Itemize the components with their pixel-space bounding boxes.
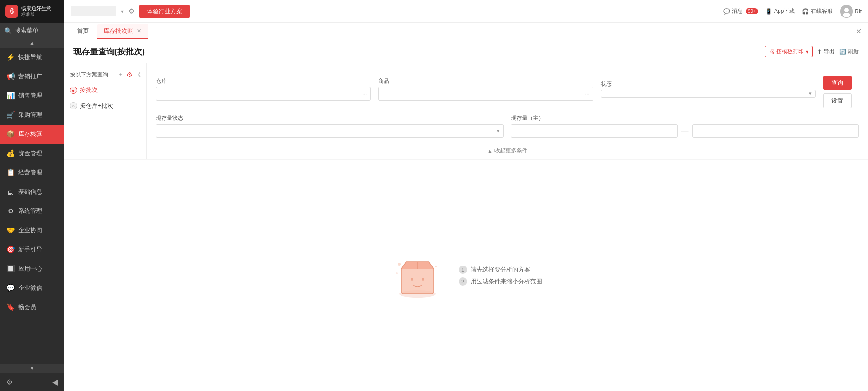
query-button[interactable]: 查询	[823, 76, 852, 90]
product-dots-icon[interactable]: ···	[585, 91, 589, 97]
sidebar-item-huiyuan[interactable]: 🔖 畅会员	[0, 298, 64, 317]
qiye-icon: 🤝	[6, 226, 15, 234]
inventory-qty-from-wrap[interactable]	[511, 124, 678, 138]
inventory-qty-to-input[interactable]	[697, 128, 855, 135]
sidebar-item-xitong[interactable]: ⚙ 系统管理	[0, 201, 64, 221]
scheme-cangku-label: 按仓库+批次	[80, 102, 113, 110]
empty-tip-1-text: 请先选择要分析的方案	[471, 266, 530, 274]
sidebar-item-label-weixin: 企业微信	[18, 284, 42, 292]
warehouse-dots-icon[interactable]: ···	[363, 91, 367, 97]
search-label: 搜索菜单	[15, 27, 38, 35]
yingyong-icon: 🔲	[6, 265, 15, 273]
sidebar-item-label-yingxiao: 营销推广	[18, 72, 42, 81]
scheme-item-cangku-pici[interactable]: ○ 按仓库+批次	[64, 98, 146, 114]
sidebar-item-kuaijie[interactable]: ⚡ 快捷导航	[0, 48, 64, 67]
yingxiao-icon: 📢	[6, 72, 15, 81]
caigou-icon: 🛒	[6, 111, 15, 119]
tab-kucun-pici[interactable]: 库存批次账 ✕	[97, 24, 148, 39]
user-area[interactable]: Rit	[840, 5, 862, 18]
sidebar-nav: ⚡ 快捷导航 📢 营销推广 📊 销售管理 🛒 采购管理 📦 库存核算 💰 资金管…	[0, 48, 64, 364]
sidebar-item-kucun[interactable]: 📦 库存核算	[0, 125, 64, 144]
edition-label: 标准版	[21, 11, 51, 18]
tab-home[interactable]: 首页	[71, 24, 95, 39]
huiyuan-icon: 🔖	[6, 303, 15, 311]
filter-action-buttons: 查询 设置	[823, 70, 859, 108]
sidebar-item-caigou[interactable]: 🛒 采购管理	[0, 105, 64, 125]
sidebar-search[interactable]: 🔍 搜索菜单	[0, 23, 64, 38]
tab-kucun-label: 库存批次账	[104, 27, 133, 35]
online-service-button[interactable]: 🎧 在线客服	[802, 7, 833, 15]
jichu-icon: 🗂	[6, 188, 15, 196]
xinshou-icon: 🎯	[6, 245, 15, 254]
xitong-icon: ⚙	[6, 207, 15, 215]
sidebar-item-yingyong[interactable]: 🔲 应用中心	[0, 259, 64, 278]
filter-area: 按以下方案查询 ＋ ⚙ 《 ● 按批次 ○ 按仓库+批次	[64, 63, 868, 159]
tab-home-label: 首页	[77, 27, 89, 35]
phone-icon: 📱	[765, 8, 772, 15]
avatar	[840, 5, 853, 18]
warehouse-input-wrap[interactable]: ···	[156, 87, 371, 101]
sidebar-item-zijin[interactable]: 💰 资金管理	[0, 144, 64, 163]
sidebar-item-jingying[interactable]: 📋 经营管理	[0, 163, 64, 182]
scheme-item-pici[interactable]: ● 按批次	[64, 82, 146, 98]
sidebar-item-label-xitong: 系统管理	[18, 207, 42, 215]
topbar-gear-icon[interactable]: ⚙	[128, 7, 135, 16]
svg-point-7	[411, 278, 413, 281]
topbar-actions: 💬 消息 99+ 📱 App下载 🎧 在线客服 Rit	[723, 5, 862, 18]
sidebar-item-jichu[interactable]: 🗂 基础信息	[0, 182, 64, 201]
filter-product-field: 商品 ···	[378, 77, 593, 101]
inventory-status-select[interactable]	[160, 128, 495, 135]
page-header-actions: 🖨 按模板打印 ▾ ⬆ 导出 🔄 刷新	[765, 46, 859, 57]
online-service-label: 在线客服	[811, 7, 833, 15]
warehouse-input[interactable]	[160, 90, 361, 97]
tabs-close-all-icon[interactable]: ✕	[856, 27, 862, 36]
collapse-more[interactable]: ▲ 收起更多条件	[156, 144, 859, 159]
collapse-icon: ▲	[487, 148, 493, 154]
sidebar-item-label-jingying: 经营管理	[18, 168, 42, 177]
scheme-collapse-icon[interactable]: 《	[135, 71, 141, 79]
filter-row-2: 现存量状态 ▾ 现存量（主）	[156, 114, 859, 138]
inventory-qty-to-wrap[interactable]	[692, 124, 859, 138]
inventory-qty-from-input[interactable]	[515, 128, 674, 135]
app-download-button[interactable]: 📱 App下载	[765, 7, 795, 15]
scheme-add-icon[interactable]: ＋	[117, 71, 124, 79]
sidebar-item-xinshou[interactable]: 🎯 新手引导	[0, 240, 64, 259]
empty-illustration	[390, 248, 445, 303]
inventory-status-select-wrap[interactable]: ▾	[156, 124, 504, 138]
xiaoshou-icon: 📊	[6, 92, 15, 100]
empty-tip-1: 1 请先选择要分析的方案	[459, 266, 542, 274]
sidebar-scroll-down[interactable]: ▼	[0, 364, 64, 373]
refresh-button[interactable]: 🔄 刷新	[839, 48, 859, 55]
sidebar-item-label-kuaijie: 快捷导航	[18, 53, 42, 61]
empty-num-1: 1	[459, 266, 467, 274]
collapse-sidebar-icon[interactable]: ◀	[52, 378, 58, 386]
settings-icon[interactable]: ⚙	[6, 378, 13, 386]
sidebar-item-label-zijin: 资金管理	[18, 149, 42, 157]
inventory-qty-dash: —	[681, 127, 689, 135]
sidebar-item-qiye[interactable]: 🤝 企业协同	[0, 221, 64, 240]
sidebar-item-yingxiao[interactable]: 📢 营销推广	[0, 67, 64, 86]
status-select-wrap[interactable]: ▾	[601, 90, 816, 98]
tab-close-icon[interactable]: ✕	[136, 27, 142, 34]
filter-settings-button[interactable]: 设置	[823, 93, 852, 108]
trial-button[interactable]: 体验行业方案	[139, 5, 190, 18]
export-button[interactable]: ⬆ 导出	[817, 48, 835, 55]
sidebar-item-xiaoshou[interactable]: 📊 销售管理	[0, 86, 64, 105]
empty-tip-2-text: 用过滤条件来缩小分析范围	[471, 277, 542, 286]
jingying-icon: 📋	[6, 168, 15, 177]
breadcrumb-input[interactable]	[71, 6, 116, 16]
product-input-wrap[interactable]: ···	[378, 87, 593, 101]
print-chevron-icon[interactable]: ▾	[806, 49, 808, 55]
sidebar-scroll-up[interactable]: ▲	[0, 38, 64, 48]
page-header: 现存量查询(按批次) 🖨 按模板打印 ▾ ⬆ 导出 🔄 刷新	[64, 40, 868, 63]
sidebar-item-label-xinshou: 新手引导	[18, 245, 42, 254]
sidebar-item-weixin[interactable]: 💬 企业微信	[0, 278, 64, 298]
topbar-chevron-icon[interactable]: ▾	[121, 8, 124, 15]
scheme-settings-icon[interactable]: ⚙	[126, 71, 132, 78]
status-select[interactable]	[605, 90, 807, 97]
print-button[interactable]: 🖨 按模板打印 ▾	[765, 46, 813, 57]
messages-button[interactable]: 💬 消息 99+	[723, 7, 758, 15]
product-input[interactable]	[382, 90, 583, 97]
kuaijie-icon: ⚡	[6, 53, 15, 61]
scheme-panel: 按以下方案查询 ＋ ⚙ 《 ● 按批次 ○ 按仓库+批次	[64, 63, 147, 159]
